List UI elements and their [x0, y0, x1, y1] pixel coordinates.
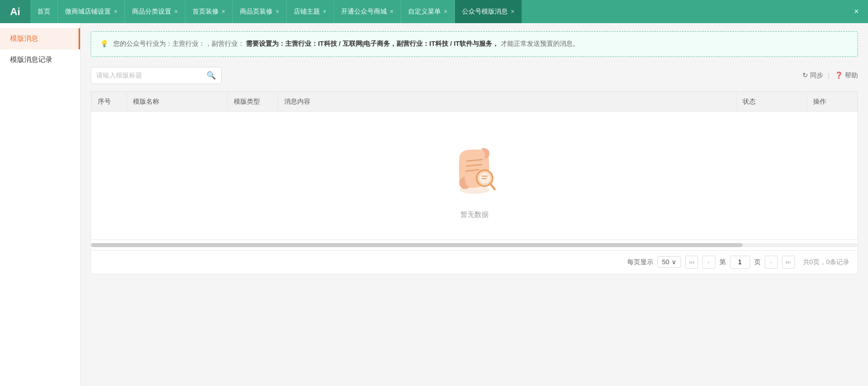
last-page-button[interactable]: ⏭ — [782, 256, 795, 269]
per-page-label: 每页显示 — [627, 258, 653, 267]
nav-tab-custom-menu[interactable]: 自定义菜单 × — [401, 0, 455, 23]
horizontal-scrollbar-track[interactable] — [91, 243, 857, 247]
nav-tab-category-settings[interactable]: 商品分类设置 × — [125, 0, 185, 23]
close-tab-custom-menu[interactable]: × — [444, 8, 447, 15]
nav-tab-store-settings[interactable]: 微商城店铺设置 × — [58, 0, 125, 23]
total-info: 共0页，0条记录 — [803, 258, 849, 267]
search-actions: ↻ 同步 | ❓ 帮助 — [803, 71, 858, 80]
first-page-button[interactable]: ⏮ — [685, 256, 698, 269]
nav-tab-template-message[interactable]: 公众号模版消息 × — [455, 0, 522, 23]
close-tab-template-message[interactable]: × — [511, 8, 514, 15]
empty-state-row: 暂无数据 — [92, 111, 857, 240]
horizontal-scrollbar-thumb[interactable] — [91, 243, 743, 247]
empty-illustration — [444, 142, 505, 202]
prev-page-button[interactable]: ‹ — [702, 256, 715, 269]
per-page-select[interactable]: 50 ∨ — [657, 256, 681, 268]
top-navigation: Ai 首页 微商城店铺设置 × 商品分类设置 × 首页装修 × 商品页装修 × … — [0, 0, 868, 23]
page-suffix-label: 页 — [754, 258, 761, 267]
help-button[interactable]: ❓ 帮助 — [835, 71, 858, 80]
sync-icon: ↻ — [803, 71, 808, 79]
close-tab-store-theme[interactable]: × — [323, 8, 326, 15]
col-index: 序号 — [92, 92, 127, 111]
app-logo: Ai — [0, 0, 30, 23]
nav-tab-home-decoration[interactable]: 首页装修 × — [185, 0, 233, 23]
pagination-bar: 每页显示 50 ∨ ⏮ ‹ 第 页 › ⏭ 共0页，0条记录 — [91, 250, 857, 274]
search-input[interactable] — [96, 71, 207, 79]
col-name: 模版名称 — [127, 92, 228, 111]
sync-button[interactable]: ↻ 同步 — [803, 71, 823, 80]
col-status: 状态 — [737, 92, 807, 111]
empty-text: 暂无数据 — [460, 210, 489, 219]
nav-tab-home[interactable]: 首页 — [30, 0, 58, 23]
search-icon[interactable]: 🔍 — [207, 71, 216, 80]
col-content: 消息内容 — [278, 92, 737, 111]
close-tab-product-decoration[interactable]: × — [276, 8, 279, 15]
sidebar: 模版消息 模版消息记录 — [0, 23, 81, 386]
close-all-button[interactable]: × — [845, 0, 868, 23]
chevron-down-icon: ∨ — [672, 258, 677, 266]
nav-tab-list: 首页 微商城店铺设置 × 商品分类设置 × 首页装修 × 商品页装修 × 店铺主… — [30, 0, 845, 23]
sidebar-item-template-message[interactable]: 模版消息 — [0, 28, 80, 49]
nav-tab-product-decoration[interactable]: 商品页装修 × — [233, 0, 287, 23]
notice-box: 💡 您的公众号行业为：主营行业：，副营行业： 需要设置为：主营行业：IT科技 /… — [91, 31, 858, 57]
table-container: 序号 模版名称 模版类型 消息内容 状态 操作 — [91, 91, 858, 274]
close-tab-home-decoration[interactable]: × — [222, 8, 225, 15]
search-input-wrap[interactable]: 🔍 — [91, 67, 222, 84]
col-action: 操作 — [807, 92, 857, 111]
next-page-button[interactable]: › — [765, 256, 778, 269]
bulb-icon: 💡 — [100, 40, 108, 47]
data-table: 序号 模版名称 模版类型 消息内容 状态 操作 — [91, 92, 857, 240]
divider: | — [828, 71, 830, 79]
nav-tab-open-mall[interactable]: 开通公众号商城 × — [334, 0, 401, 23]
main-layout: 模版消息 模版消息记录 💡 您的公众号行业为：主营行业：，副营行业： 需要设置为… — [0, 23, 868, 386]
nav-tab-store-theme[interactable]: 店铺主题 × — [287, 0, 334, 23]
close-tab-store-settings[interactable]: × — [114, 8, 117, 15]
empty-state: 暂无数据 — [92, 112, 857, 240]
svg-line-6 — [490, 184, 495, 189]
close-tab-category-settings[interactable]: × — [174, 8, 178, 15]
page-prefix-label: 第 — [719, 258, 726, 267]
table-header-row: 序号 模版名称 模版类型 消息内容 状态 操作 — [92, 92, 857, 111]
col-type: 模版类型 — [228, 92, 278, 111]
search-bar: 🔍 ↻ 同步 | ❓ 帮助 — [91, 67, 858, 84]
close-tab-open-mall[interactable]: × — [390, 8, 393, 15]
help-icon: ❓ — [835, 71, 843, 79]
sidebar-item-template-record[interactable]: 模版消息记录 — [0, 49, 80, 70]
page-number-input[interactable] — [730, 256, 750, 269]
per-page-value: 50 — [662, 258, 669, 266]
main-content: 💡 您的公众号行业为：主营行业：，副营行业： 需要设置为：主营行业：IT科技 /… — [81, 23, 868, 386]
